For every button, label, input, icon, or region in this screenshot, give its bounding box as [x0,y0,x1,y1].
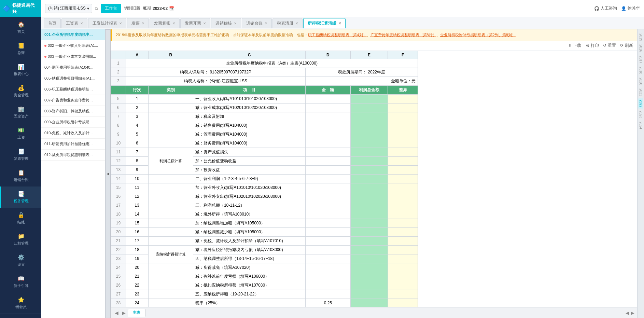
sidebar-item-home[interactable]: 🏠 首页 [0,17,41,38]
left-panel-item-003[interactable]: 003-一般企业成本支出明细... [41,51,105,62]
left-panel-item-006[interactable]: 006-职工薪酬纳税调整明细... [41,84,105,95]
row-27-amount[interactable] [306,290,351,299]
left-panel-item-010[interactable]: 010-免税、减计收入及加计... [41,128,105,139]
sidebar-item-settings[interactable]: ⚙️ 设置 [0,250,41,271]
company-selector[interactable]: (勾销) 江西服宝-LSS ▾ [45,4,92,13]
ai-service-button[interactable]: 🎧 人工咨询 [594,5,617,11]
switch-old-button[interactable]: 切到旧版 [124,5,140,11]
year-2024[interactable]: 2024 [638,120,643,130]
row-11-amount[interactable] [306,148,351,156]
reset-button[interactable]: ↺ 重置 [603,43,616,49]
row-24-amount[interactable] [306,263,351,272]
print-button[interactable]: 🖨 打印 [585,43,599,49]
sidebar-item-guide[interactable]: 📖 新手引导 [0,271,41,292]
row-22-amount[interactable] [306,245,351,254]
left-panel-item-005[interactable]: 005-纳税调整项目明细表(A1... [41,73,105,84]
link-2[interactable]: 广宣费跨年度纳税调整明细表（第8行） [370,33,436,37]
copy-icon[interactable]: ⧉ [95,6,98,11]
row-16-amount[interactable] [306,192,351,201]
scroll-left-icon[interactable]: ◀ [626,310,629,316]
sheet-nav-left[interactable]: ◀ [113,309,120,316]
row-5-amount[interactable] [306,94,351,103]
tab-close-payroll-stats[interactable]: ✕ [119,22,122,25]
tab-payroll[interactable]: 工资表 ✕ [61,18,87,28]
left-panel-item-009[interactable]: 009-企业所得税附补亏损明... [41,117,105,128]
sidebar-item-tax[interactable]: 📑 税务管理 [0,186,41,208]
row-12-amount[interactable] [306,156,351,165]
left-panel-item-004[interactable]: 004-期间费用明细表(A1040... [41,62,105,73]
scroll-right-icon[interactable]: ▶ [631,310,634,316]
sidebar-item-purchase[interactable]: 📋 进销台账 [0,165,41,186]
sidebar-item-funds[interactable]: 💰 资金管理 [0,81,41,102]
tab-invoice-calc[interactable]: 发票算账 ✕ [150,18,180,28]
year-2019[interactable]: 2019 [638,32,643,42]
tab-close-payroll[interactable]: ✕ [80,22,83,25]
row-6-amount[interactable] [306,103,351,112]
year-2018[interactable]: 2018 [638,65,643,75]
left-panel-item-008[interactable]: 008-资产折旧、摊销及纳税... [41,106,105,117]
spreadsheet-container[interactable]: A B C D E F 1 企业所 [111,51,637,307]
row-28-amount[interactable]: 0.25 [306,299,351,307]
tab-close-invoice[interactable]: ✕ [142,22,144,25]
tab-close-invoice-open[interactable]: ✕ [203,22,206,25]
row-10-amount[interactable] [306,139,351,148]
left-panel-item-007[interactable]: 007-广告费和业务宣传费跨... [41,95,105,106]
calendar-icon[interactable]: 📅 [169,6,174,11]
year-2017[interactable]: 2017 [638,54,643,65]
left-panel-item-012[interactable]: 012-减免所得税优惠明细表... [41,150,105,161]
tab-close-tax-clear[interactable]: ✕ [295,22,298,25]
tab-invoice[interactable]: 发票 ✕ [127,18,149,28]
sidebar-item-assets[interactable]: 🏢 固定资产 [0,102,41,123]
row-8-amount[interactable] [306,121,351,130]
link-1[interactable]: 职工薪酬纳税调整明细表（第4列） [308,33,366,37]
tab-close-income-tax[interactable]: ✕ [338,22,341,25]
tab-income-tax[interactable]: 所得税汇算清缴 ✕ [303,18,346,28]
workbench-button[interactable]: 工作台 [101,4,121,13]
refresh-button[interactable]: ⟳ 刷新 [620,43,633,49]
tab-purchase-verify[interactable]: 进销稽核 ✕ [211,18,241,28]
row-21-amount[interactable] [306,236,351,245]
row-7-amount[interactable] [306,112,351,121]
row-18-amount[interactable] [306,210,351,219]
row-25-amount[interactable] [306,272,351,281]
sidebar-item-close[interactable]: 🔒 结账 [0,208,41,229]
download-button[interactable]: ⬇ 下载 [568,43,581,49]
sidebar-item-invoices[interactable]: 🧾 发票管理 [0,144,41,165]
collapse-left-panel-button[interactable]: ◀ [105,29,111,318]
row-19-amount[interactable] [306,219,351,227]
row-20-amount[interactable] [306,227,351,236]
row-17-amount[interactable] [306,201,351,210]
user-profile[interactable]: 👤 徐滩华 [621,5,640,11]
tab-payroll-stats[interactable]: 工资统计报表 ✕ [88,18,126,28]
tab-tax-clear[interactable]: 税表清册 ✕ [272,18,303,28]
sheet-nav-right[interactable]: ▶ [121,309,127,316]
sidebar-item-reports[interactable]: 📊 报表中心 [0,59,41,81]
tab-close-purchase-ledger[interactable]: ✕ [265,22,267,25]
year-2016[interactable]: 2016 [638,43,643,53]
row-14-amount[interactable] [306,174,351,183]
left-panel-item-001[interactable]: 001-企业所得税年度纳税申... [41,29,105,40]
year-2022[interactable]: 2022 [638,98,643,109]
year-2021[interactable]: 2021 [638,87,643,97]
sheet-tab-main[interactable]: 主表 [128,309,145,317]
sidebar-item-payroll[interactable]: 💵 工资 [0,123,41,144]
tab-close-invoice-calc[interactable]: ✕ [172,22,175,25]
left-panel-item-011[interactable]: 011-研发费用加计扣除优惠... [41,139,105,150]
cancel-fixed-button[interactable]: 📌 取消固定 [3,317,38,318]
sidebar-item-member[interactable]: ⭐ 畅会员 [0,292,41,314]
tab-close-purchase-verify[interactable]: ✕ [234,22,237,25]
row-15-amount[interactable] [306,183,351,192]
tab-home[interactable]: 首页 [44,18,61,28]
row-9-amount[interactable] [306,130,351,139]
row-26-amount[interactable] [306,281,351,290]
year-2023[interactable]: 2023 [638,109,643,120]
sidebar-item-archive[interactable]: 📁 归档管理 [0,229,41,250]
link-3[interactable]: 企业所得税附补亏损明细表（第2列、第8列） [440,33,516,37]
left-panel-item-002[interactable]: 002-一般企业收入明细表(A1... [41,40,105,51]
tab-invoice-open[interactable]: 发票开票 ✕ [180,18,210,28]
row-23-amount[interactable] [306,254,351,263]
year-2020[interactable]: 2020 [638,76,643,86]
row-13-amount[interactable] [306,165,351,174]
sidebar-item-ledger[interactable]: 📒 总账 [0,38,41,59]
tab-purchase-ledger[interactable]: 进销台账 ✕ [242,18,272,28]
